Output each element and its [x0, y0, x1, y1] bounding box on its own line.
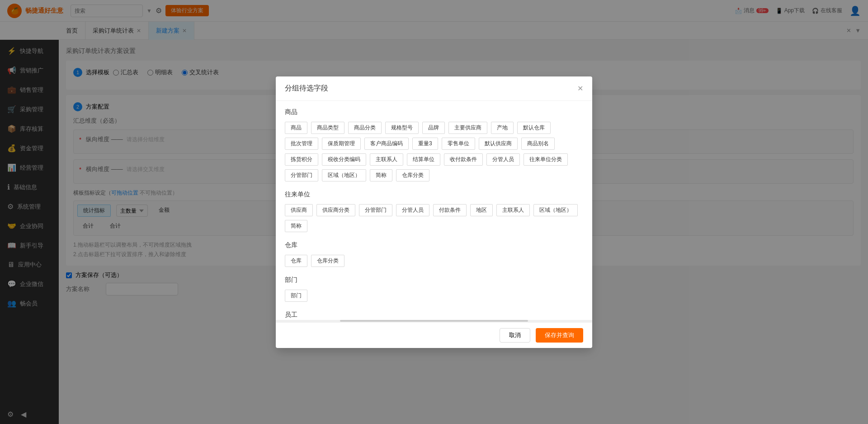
warehouse-fields: 仓库 仓库分类 — [285, 255, 583, 267]
field-group-department-title: 部门 — [285, 276, 583, 284]
field-tag-party-category[interactable]: 往来单位分类 — [524, 153, 568, 166]
field-tag-payment-terms[interactable]: 收付款条件 — [444, 153, 483, 166]
product-fields: 商品 商品类型 商品分类 规格型号 品牌 主要供应商 产地 默认仓库 批次管理 … — [285, 122, 583, 181]
field-tag-batch-mgmt[interactable]: 批次管理 — [285, 138, 318, 150]
field-tag-payment-cond[interactable]: 付款条件 — [433, 204, 467, 216]
field-tag-main-contact[interactable]: 主联系人 — [370, 153, 403, 166]
field-tag-product-alias[interactable]: 商品别名 — [521, 138, 555, 150]
field-select-modal: 分组待选字段 ✕ 商品 商品 商品类型 商品分类 规格型号 品牌 主要供应商 产… — [276, 76, 592, 348]
field-tag-product-category[interactable]: 商品分类 — [348, 122, 382, 134]
field-tag-supervisor[interactable]: 分管人员 — [486, 153, 520, 166]
cancel-button[interactable]: 取消 — [500, 328, 530, 343]
field-tag-warehouse-category[interactable]: 仓库分类 — [396, 169, 429, 181]
modal-footer: 取消 保存并查询 — [276, 322, 592, 348]
field-tag-tax-code[interactable]: 税收分类编码 — [322, 153, 366, 166]
field-tag-region-product[interactable]: 区域（地区） — [322, 169, 366, 181]
field-tag-main-supplier[interactable]: 主要供应商 — [448, 122, 487, 134]
field-tag-main-contact-party[interactable]: 主联系人 — [496, 204, 530, 216]
field-tag-default-supplier[interactable]: 默认供应商 — [479, 138, 518, 150]
field-group-party: 往来单位 供应商 供应商分类 分管部门 分管人员 付款条件 地区 主联系人 区域… — [285, 191, 583, 232]
field-tag-product[interactable]: 商品 — [285, 122, 307, 134]
modal-close-btn[interactable]: ✕ — [577, 84, 583, 93]
field-group-employee-title: 员工 — [285, 311, 583, 319]
field-tag-warehouse-cat[interactable]: 仓库分类 — [311, 255, 344, 267]
field-group-party-title: 往来单位 — [285, 191, 583, 199]
field-group-product: 商品 商品 商品类型 商品分类 规格型号 品牌 主要供应商 产地 默认仓库 批次… — [285, 108, 583, 181]
field-tag-area[interactable]: 地区 — [470, 204, 493, 216]
confirm-button[interactable]: 保存并查询 — [536, 328, 583, 343]
field-tag-brand[interactable]: 品牌 — [422, 122, 445, 134]
field-group-employee: 员工 业务员 — [285, 311, 583, 320]
modal-header: 分组待选字段 ✕ — [276, 76, 592, 101]
field-tag-abbr-party[interactable]: 简称 — [285, 220, 307, 232]
field-tag-product-type[interactable]: 商品类型 — [311, 122, 344, 134]
field-group-department: 部门 部门 — [285, 276, 583, 302]
field-tag-abbr-product[interactable]: 简称 — [370, 169, 392, 181]
modal-body: 商品 商品 商品类型 商品分类 规格型号 品牌 主要供应商 产地 默认仓库 批次… — [276, 101, 592, 320]
field-tag-warehouse[interactable]: 仓库 — [285, 255, 307, 267]
department-fields: 部门 — [285, 290, 583, 302]
field-tag-supplier-category[interactable]: 供应商分类 — [316, 204, 355, 216]
field-tag-origin[interactable]: 产地 — [491, 122, 514, 134]
field-group-product-title: 商品 — [285, 108, 583, 116]
field-tag-settlement-unit[interactable]: 结算单位 — [407, 153, 440, 166]
field-group-warehouse: 仓库 仓库 仓库分类 — [285, 241, 583, 267]
field-tag-supplier[interactable]: 供应商 — [285, 204, 313, 216]
party-fields: 供应商 供应商分类 分管部门 分管人员 付款条件 地区 主联系人 区域（地区） … — [285, 204, 583, 232]
modal-overlay: 分组待选字段 ✕ 商品 商品 商品类型 商品分类 规格型号 品牌 主要供应商 产… — [0, 0, 868, 424]
field-tag-expiry-mgmt[interactable]: 保质期管理 — [322, 138, 361, 150]
field-tag-retail-unit[interactable]: 零售单位 — [442, 138, 475, 150]
field-tag-managed-person[interactable]: 分管人员 — [396, 204, 429, 216]
field-tag-dept-supervised[interactable]: 分管部门 — [285, 169, 318, 181]
field-tag-pick-points[interactable]: 拣货积分 — [285, 153, 318, 166]
field-tag-customer-code[interactable]: 客户商品编码 — [364, 138, 409, 150]
field-tag-department[interactable]: 部门 — [285, 290, 307, 302]
field-group-warehouse-title: 仓库 — [285, 241, 583, 249]
field-tag-region-party[interactable]: 区域（地区） — [533, 204, 578, 216]
field-tag-spec-model[interactable]: 规格型号 — [385, 122, 419, 134]
field-tag-default-warehouse[interactable]: 默认仓库 — [517, 122, 551, 134]
field-tag-weight3[interactable]: 重量3 — [412, 138, 438, 150]
modal-title: 分组待选字段 — [285, 84, 328, 93]
field-tag-managed-dept[interactable]: 分管部门 — [359, 204, 392, 216]
